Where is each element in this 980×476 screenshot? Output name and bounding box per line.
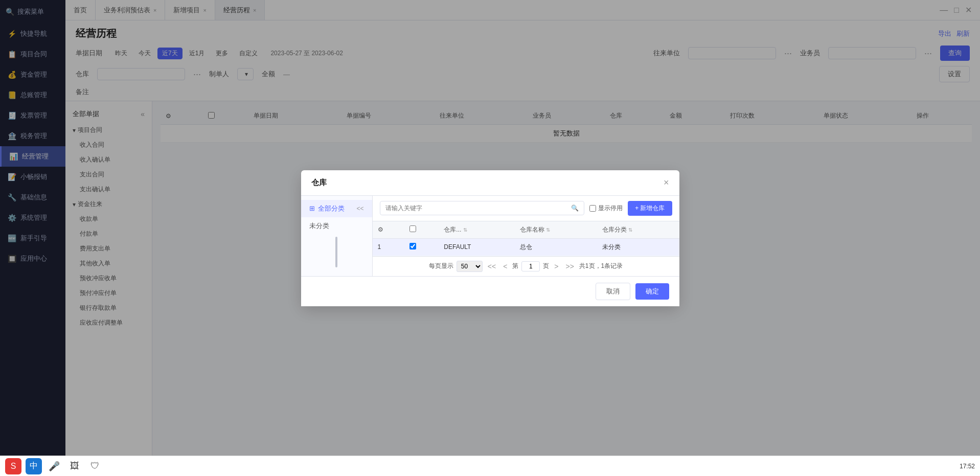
modal-col-code: 仓库... ⇅	[439, 221, 514, 239]
modal-page-label: 第	[512, 262, 518, 270]
row-select[interactable]	[409, 243, 416, 250]
modal-page-input[interactable]	[521, 261, 540, 271]
taskbar-app-3[interactable]: 🎤	[46, 458, 62, 474]
modal-footer: 取消 确定	[301, 276, 679, 306]
modal-search-input[interactable]	[385, 205, 568, 212]
modal-search-box[interactable]: 🔍	[380, 201, 585, 215]
modal-table-wrap: ⚙ 仓库... ⇅ 仓库名称 ⇅ 仓库分类 ⇅	[373, 221, 679, 256]
row-name: 总仓	[515, 238, 597, 256]
modal-page-unit: 页	[543, 262, 549, 270]
row-code: DEFAULT	[439, 238, 514, 256]
taskbar-apps: S 中 🎤 🖼 🛡	[5, 458, 103, 474]
modal-sidebar-all-label: 全部分类	[318, 204, 345, 213]
modal-content: 🔍 显示停用 + 新增仓库 ⚙	[373, 196, 679, 276]
modal-header: 仓库 ×	[301, 170, 679, 196]
modal-last-page[interactable]: >>	[564, 262, 576, 270]
table-row[interactable]: 1 DEFAULT 总仓 未分类	[373, 238, 679, 256]
modal-prev-page[interactable]: <	[501, 262, 509, 270]
taskbar-clock: 17:52	[960, 463, 975, 470]
sort-icon3[interactable]: ⇅	[628, 227, 632, 233]
modal-sidebar-all[interactable]: ⊞ 全部分类 <<	[301, 200, 372, 217]
sort-icon2[interactable]: ⇅	[546, 227, 550, 233]
grid-icon: ⊞	[309, 205, 315, 212]
taskbar-app-2[interactable]: 中	[26, 458, 42, 474]
taskbar-right: 17:52	[960, 463, 975, 470]
search-icon: 🔍	[571, 205, 579, 212]
add-warehouse-button[interactable]: + 新增仓库	[628, 201, 672, 216]
row-num: 1	[373, 238, 405, 256]
row-checkbox[interactable]	[404, 238, 439, 256]
modal-sidebar: ⊞ 全部分类 << 未分类	[301, 196, 373, 276]
modal-overlay: 仓库 × ⊞ 全部分类 << 未分类	[0, 0, 980, 476]
modal-toolbar: 🔍 显示停用 + 新增仓库	[373, 196, 679, 221]
modal-col-checkbox[interactable]	[404, 221, 439, 239]
show-disabled-label[interactable]: 显示停用	[589, 204, 623, 213]
taskbar-app-1[interactable]: S	[5, 458, 21, 474]
modal-total: 共1页，1条记录	[579, 262, 623, 270]
taskbar-app-4[interactable]: 🖼	[66, 458, 83, 474]
sort-icon[interactable]: ⇅	[463, 227, 467, 233]
row-category: 未分类	[597, 238, 679, 256]
taskbar: S 中 🎤 🖼 🛡 17:52	[0, 456, 980, 476]
modal-col-settings[interactable]: ⚙	[373, 221, 405, 239]
modal-per-page-label: 每页显示	[429, 262, 453, 270]
modal-table: ⚙ 仓库... ⇅ 仓库名称 ⇅ 仓库分类 ⇅	[373, 221, 679, 256]
modal-sidebar-uncategorized[interactable]: 未分类	[301, 217, 372, 235]
sidebar-collapse-btn[interactable]: <<	[356, 205, 363, 212]
modal-close-icon[interactable]: ×	[664, 177, 669, 188]
modal-sidebar-uncategorized-label: 未分类	[309, 221, 329, 231]
warehouse-modal: 仓库 × ⊞ 全部分类 << 未分类	[301, 170, 679, 306]
modal-col-category: 仓库分类 ⇅	[597, 221, 679, 239]
modal-body: ⊞ 全部分类 << 未分类 🔍	[301, 196, 679, 276]
taskbar-app-5[interactable]: 🛡	[87, 458, 103, 474]
modal-next-page[interactable]: >	[552, 262, 560, 270]
modal-title: 仓库	[311, 178, 327, 188]
show-disabled-checkbox[interactable]	[589, 205, 596, 212]
cancel-button[interactable]: 取消	[596, 283, 630, 300]
modal-pagination: 每页显示 50 100 << < 第 页 > >> 共1页，1条记录	[373, 256, 679, 276]
modal-select-all[interactable]	[409, 225, 416, 232]
modal-per-page-select[interactable]: 50 100	[457, 261, 483, 272]
modal-col-name: 仓库名称 ⇅	[515, 221, 597, 239]
modal-first-page[interactable]: <<	[486, 262, 498, 270]
confirm-button[interactable]: 确定	[635, 283, 669, 300]
